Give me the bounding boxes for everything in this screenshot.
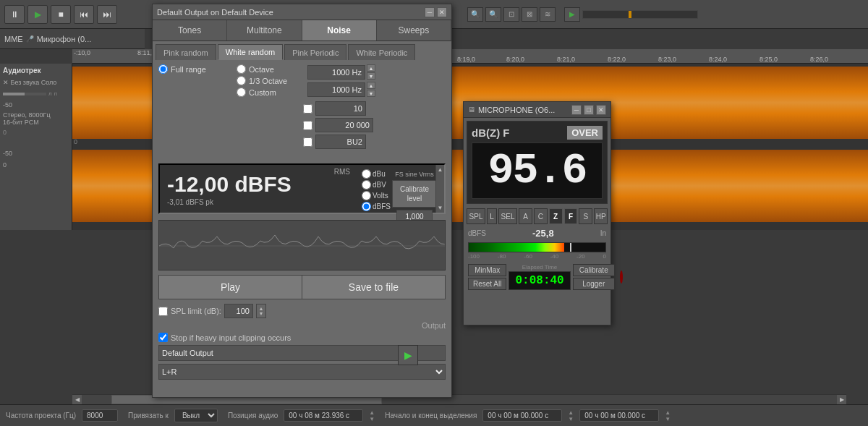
calibrate-btn[interactable]: Calibratelevel xyxy=(392,180,437,208)
c-btn[interactable]: C xyxy=(534,208,548,224)
elapsed-label: Elapsed Time xyxy=(522,264,557,270)
dialog-titlebar: Default Output on Default Device ─ ✕ xyxy=(153,4,451,20)
full-range-radio[interactable] xyxy=(158,64,168,74)
freq2-input[interactable] xyxy=(307,82,365,97)
subtab-white-random[interactable]: White random xyxy=(218,44,283,60)
val1-input[interactable] xyxy=(315,101,366,116)
bind-select[interactable]: Выкл xyxy=(174,409,218,422)
volts-radio[interactable] xyxy=(362,191,371,200)
dialog-minimize-btn[interactable]: ─ xyxy=(425,7,435,17)
bottom-bar: Частота проекта (Гц) 8000 Привязать к Вы… xyxy=(0,404,868,426)
meter-scale: -100 -80 -60 -40 -20 0 xyxy=(468,253,606,260)
tab-noise[interactable]: Noise xyxy=(302,20,377,41)
calibrate-logger-btn[interactable]: Calibrate xyxy=(573,264,615,276)
vu-db-label: dB(Z) F xyxy=(472,127,509,139)
action-buttons: Play Save to file xyxy=(158,275,446,299)
third-octave-radio[interactable] xyxy=(237,76,246,85)
s-btn[interactable]: S xyxy=(579,208,592,224)
stop-clipping-check[interactable] xyxy=(158,333,168,342)
vu-top-row: dB(Z) F OVER xyxy=(472,126,603,140)
level-scrollbar[interactable]: ▲ ▼ xyxy=(435,165,444,213)
zoom-in-btn[interactable]: 🔍 xyxy=(467,7,483,22)
channel-select[interactable]: L+R L R xyxy=(158,364,446,380)
daw-play-btn[interactable]: ▶ xyxy=(564,7,580,22)
freq1-up-arrow[interactable]: ▲ xyxy=(367,64,375,72)
vu-titlebar: 🖥 MICROPHONE (O6... ─ □ ✕ xyxy=(464,102,610,118)
output-play-btn[interactable]: ▶ xyxy=(398,345,418,365)
mic-label: Микрофон (0... xyxy=(37,35,92,43)
custom-label: Custom xyxy=(249,88,276,97)
bind-label: Привязать к xyxy=(128,412,169,419)
custom-radio[interactable] xyxy=(237,88,246,97)
logger-btn[interactable]: Logger xyxy=(573,278,615,290)
val1-check[interactable] xyxy=(303,104,312,114)
dbu-label: dBu xyxy=(373,170,386,178)
range-start-arrows[interactable]: ▲▼ xyxy=(568,409,574,422)
play-button[interactable]: Play xyxy=(158,275,302,299)
f-btn[interactable]: F xyxy=(564,208,578,224)
octave-col: Octave 1/3 Octave Custom xyxy=(237,64,302,97)
minmax-btn[interactable]: MinMax xyxy=(468,264,506,276)
l-btn[interactable]: L xyxy=(487,208,497,224)
range-end-input[interactable]: 00 ч 00 м 00.000 с xyxy=(579,409,659,422)
scroll-right-arrow[interactable]: ▶ xyxy=(836,395,846,404)
scroll-left-arrow[interactable]: ◀ xyxy=(72,395,82,404)
pause-button[interactable]: ⏸ xyxy=(4,5,25,24)
tab-multitone[interactable]: Multitone xyxy=(227,20,302,41)
scroll-down-arrow[interactable]: ▼ xyxy=(438,205,443,211)
stop-button[interactable]: ■ xyxy=(51,5,71,24)
zoom-fit-btn[interactable]: ⊡ xyxy=(503,7,519,22)
reset-all-btn[interactable]: Reset All xyxy=(468,278,506,290)
save-button[interactable]: Save to file xyxy=(302,275,446,299)
val3-check[interactable] xyxy=(303,137,312,147)
subtab-white-periodic[interactable]: White Periodic xyxy=(348,44,415,60)
hp-btn[interactable]: HP xyxy=(594,208,608,224)
range-start-input[interactable]: 00 ч 00 м 00.000 с xyxy=(482,409,562,422)
dbfs-radio[interactable] xyxy=(362,202,371,211)
tab-tones[interactable]: Tones xyxy=(153,20,227,41)
freq1-input[interactable] xyxy=(307,65,365,80)
rewind-button[interactable]: ⏮ xyxy=(74,5,94,24)
lr-channel-row: L+R L R xyxy=(158,364,446,380)
subtab-pink-random[interactable]: Pink random xyxy=(156,44,216,60)
zoom-out-btn[interactable]: 🔍 xyxy=(485,7,501,22)
fs-sine-label: FS sine Vrms xyxy=(395,171,434,178)
forward-button[interactable]: ⏭ xyxy=(97,5,117,24)
pos-arrows[interactable]: ▲▼ xyxy=(369,409,375,422)
freq-input[interactable]: 8000 xyxy=(82,409,118,422)
dbfs-value-row: dBFS -25,8 In xyxy=(464,226,610,241)
freq1-down-arrow[interactable]: ▼ xyxy=(367,72,375,80)
track2-label: -50 0 xyxy=(0,147,72,230)
play-button[interactable]: ▶ xyxy=(27,5,48,24)
freq2-up-arrow[interactable]: ▲ xyxy=(367,82,375,89)
a-btn[interactable]: A xyxy=(519,208,532,224)
vu-close-btn[interactable]: ✕ xyxy=(596,105,606,115)
range-end-arrows[interactable]: ▲▼ xyxy=(665,409,671,422)
vu-minimize-btn[interactable]: ─ xyxy=(571,105,582,115)
scroll-up-arrow[interactable]: ▲ xyxy=(438,166,443,173)
freq2-down-arrow[interactable]: ▼ xyxy=(367,90,375,97)
spl-slider[interactable]: ▲ ▼ xyxy=(256,304,266,318)
sel-btn[interactable]: SEL xyxy=(498,208,517,224)
dialog-close-btn[interactable]: ✕ xyxy=(437,7,447,17)
val3-input[interactable] xyxy=(315,135,366,149)
dbfs-current-value: -25,8 xyxy=(489,228,597,239)
z-btn[interactable]: Z xyxy=(549,208,563,224)
vu-maximize-btn[interactable]: □ xyxy=(584,105,594,115)
dbu-radio[interactable] xyxy=(362,169,371,179)
zoom-wave-btn[interactable]: ≋ xyxy=(540,7,556,22)
octave-radio[interactable] xyxy=(237,64,246,74)
zoom-sel-btn[interactable]: ⊠ xyxy=(522,7,537,22)
tab-sweeps[interactable]: Sweeps xyxy=(377,20,451,41)
dialog-tabs: Tones Multitone Noise Sweeps xyxy=(153,20,451,41)
val2-check[interactable] xyxy=(303,121,312,130)
spl-limit-check[interactable] xyxy=(158,307,168,316)
scale-100: -100 xyxy=(468,253,480,260)
spl-limit-row: SPL limit (dB): ▲ ▼ xyxy=(158,304,446,318)
pos-input[interactable]: 00 ч 08 м 23.936 с xyxy=(284,409,363,422)
spl-limit-input[interactable] xyxy=(224,304,253,318)
dbv-radio[interactable] xyxy=(362,180,371,189)
val2-input[interactable] xyxy=(315,118,373,132)
subtab-pink-periodic[interactable]: Pink Periodic xyxy=(284,44,346,60)
spl-btn[interactable]: SPL xyxy=(467,208,485,224)
